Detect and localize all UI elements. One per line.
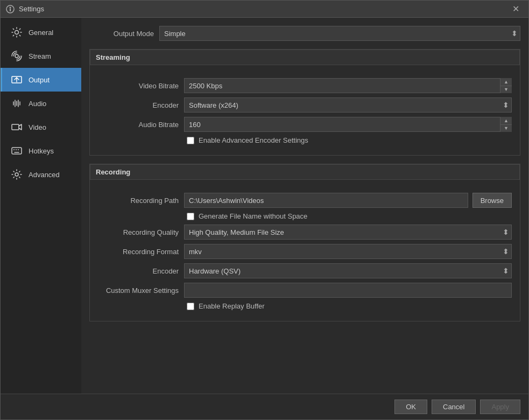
- recording-format-control: mkv mp4 mov ts m3u8 flv ⬍: [184, 244, 512, 259]
- sidebar-item-audio-label: Audio: [29, 100, 46, 108]
- svg-rect-8: [12, 148, 22, 154]
- recording-path-label: Recording Path: [98, 197, 179, 205]
- recording-quality-label: Recording Quality: [98, 228, 179, 236]
- main-panel: Output Mode Simple Advanced ⬍ Streaming …: [81, 18, 528, 394]
- recording-path-row: Recording Path Browse: [98, 193, 512, 208]
- sidebar-item-advanced[interactable]: Advanced: [1, 163, 81, 186]
- audio-bitrate-spinbox-wrapper: ▲ ▼: [184, 117, 512, 132]
- advanced-encoder-checkbox[interactable]: [187, 137, 194, 144]
- audio-bitrate-input[interactable]: [184, 117, 512, 132]
- custom-muxer-row: Custom Muxer Settings: [98, 283, 512, 298]
- recording-quality-select[interactable]: Same as stream High Quality, Medium File…: [184, 225, 512, 240]
- output-mode-select[interactable]: Simple Advanced: [159, 26, 520, 41]
- recording-encoder-control: Software (x264) Hardware (QSV) Hardware …: [184, 263, 512, 278]
- stream-icon: [10, 50, 23, 62]
- recording-quality-control: Same as stream High Quality, Medium File…: [184, 225, 512, 240]
- titlebar-title: Settings: [19, 5, 508, 13]
- video-bitrate-row: Video Bitrate ▲ ▼: [98, 78, 512, 93]
- settings-window: Settings ✕ General: [0, 0, 529, 420]
- video-icon: [10, 121, 23, 134]
- video-bitrate-spin-arrows: ▲ ▼: [500, 78, 512, 93]
- sidebar-item-audio[interactable]: Audio: [1, 92, 81, 115]
- audio-bitrate-spin-down[interactable]: ▼: [500, 125, 512, 132]
- audio-bitrate-control: ▲ ▼: [184, 117, 512, 132]
- custom-muxer-input[interactable]: [184, 283, 512, 298]
- output-mode-select-wrapper: Simple Advanced ⬍: [159, 26, 520, 41]
- sidebar-item-stream[interactable]: Stream: [1, 44, 81, 68]
- custom-muxer-label: Custom Muxer Settings: [98, 286, 179, 295]
- recording-format-select[interactable]: mkv mp4 mov ts m3u8 flv: [184, 244, 512, 259]
- recording-encoder-select[interactable]: Software (x264) Hardware (QSV) Hardware …: [184, 263, 512, 278]
- sidebar-item-stream-label: Stream: [29, 52, 51, 60]
- recording-path-input[interactable]: [184, 193, 468, 208]
- gear-icon: [10, 26, 23, 39]
- sidebar-item-output[interactable]: Output: [1, 68, 81, 92]
- sidebar-item-hotkeys-label: Hotkeys: [29, 147, 54, 155]
- recording-format-select-wrapper: mkv mp4 mov ts m3u8 flv ⬍: [184, 244, 512, 259]
- video-bitrate-label: Video Bitrate: [98, 82, 179, 90]
- output-icon: [10, 73, 23, 86]
- recording-encoder-select-wrapper: Software (x264) Hardware (QSV) Hardware …: [184, 263, 512, 278]
- streaming-encoder-row: Encoder Software (x264) Hardware (QSV) H…: [98, 97, 512, 113]
- streaming-encoder-label: Encoder: [98, 101, 179, 109]
- sidebar-item-general[interactable]: General: [1, 20, 81, 44]
- titlebar: Settings ✕: [1, 1, 528, 18]
- replay-buffer-checkbox[interactable]: [187, 303, 194, 310]
- video-bitrate-spin-up[interactable]: ▲: [500, 78, 512, 86]
- recording-section-body: Recording Path Browse Generate File Name…: [90, 186, 520, 321]
- svg-point-13: [15, 173, 18, 176]
- custom-muxer-control: [184, 283, 512, 298]
- apply-button[interactable]: Apply: [480, 400, 520, 414]
- svg-point-1: [10, 6, 11, 8]
- replay-buffer-row: Enable Replay Buffer: [98, 302, 512, 310]
- cancel-button[interactable]: Cancel: [432, 400, 476, 414]
- sidebar: General Stream: [1, 18, 81, 394]
- sidebar-item-general-label: General: [29, 29, 53, 37]
- sidebar-item-output-label: Output: [29, 76, 50, 84]
- recording-section: Recording Recording Path Browse Generate…: [89, 164, 520, 321]
- footer: OK Cancel Apply: [1, 394, 528, 419]
- recording-path-control: Browse: [184, 193, 512, 208]
- audio-bitrate-row: Audio Bitrate ▲ ▼: [98, 117, 512, 132]
- sidebar-item-hotkeys[interactable]: Hotkeys: [1, 139, 81, 163]
- ok-button[interactable]: OK: [394, 400, 427, 414]
- recording-format-row: Recording Format mkv mp4 mov ts m3u8 flv: [98, 244, 512, 259]
- close-button[interactable]: ✕: [508, 2, 523, 17]
- browse-button[interactable]: Browse: [472, 193, 512, 208]
- streaming-section: Streaming Video Bitrate ▲ ▼: [89, 49, 520, 156]
- generate-filename-checkbox[interactable]: [187, 213, 194, 220]
- advanced-encoder-checkbox-label: Enable Advanced Encoder Settings: [199, 136, 308, 144]
- titlebar-icon: [6, 5, 15, 13]
- recording-quality-row: Recording Quality Same as stream High Qu…: [98, 225, 512, 240]
- video-bitrate-spinbox-wrapper: ▲ ▼: [184, 78, 512, 93]
- svg-point-4: [15, 54, 18, 58]
- hotkeys-icon: [10, 144, 23, 157]
- video-bitrate-control: ▲ ▼: [184, 78, 512, 93]
- generate-filename-label: Generate File Name without Space: [199, 212, 307, 220]
- audio-bitrate-spin-up[interactable]: ▲: [500, 117, 512, 125]
- content-area: General Stream: [1, 18, 528, 394]
- audio-bitrate-label: Audio Bitrate: [98, 121, 179, 129]
- sidebar-item-video[interactable]: Video: [1, 115, 81, 139]
- recording-encoder-row: Encoder Software (x264) Hardware (QSV) H…: [98, 263, 512, 278]
- streaming-encoder-select[interactable]: Software (x264) Hardware (QSV) Hardware …: [184, 97, 512, 113]
- recording-format-label: Recording Format: [98, 248, 179, 256]
- streaming-encoder-select-wrapper: Software (x264) Hardware (QSV) Hardware …: [184, 97, 512, 113]
- recording-section-header: Recording: [90, 164, 520, 180]
- video-bitrate-input[interactable]: [184, 78, 512, 93]
- advanced-encoder-row: Enable Advanced Encoder Settings: [98, 136, 512, 144]
- recording-quality-select-wrapper: Same as stream High Quality, Medium File…: [184, 225, 512, 240]
- svg-point-3: [15, 31, 19, 34]
- replay-buffer-label: Enable Replay Buffer: [199, 302, 265, 310]
- recording-encoder-label: Encoder: [98, 267, 179, 275]
- generate-filename-row: Generate File Name without Space: [98, 212, 512, 220]
- audio-icon: [10, 97, 23, 110]
- audio-bitrate-spin-arrows: ▲ ▼: [500, 117, 512, 132]
- output-mode-row: Output Mode Simple Advanced ⬍: [89, 26, 520, 41]
- streaming-section-header: Streaming: [90, 50, 520, 65]
- sidebar-item-advanced-label: Advanced: [29, 171, 60, 179]
- svg-rect-7: [12, 124, 19, 130]
- video-bitrate-spin-down[interactable]: ▼: [500, 86, 512, 94]
- streaming-section-body: Video Bitrate ▲ ▼: [90, 72, 520, 155]
- svg-rect-2: [10, 9, 11, 11]
